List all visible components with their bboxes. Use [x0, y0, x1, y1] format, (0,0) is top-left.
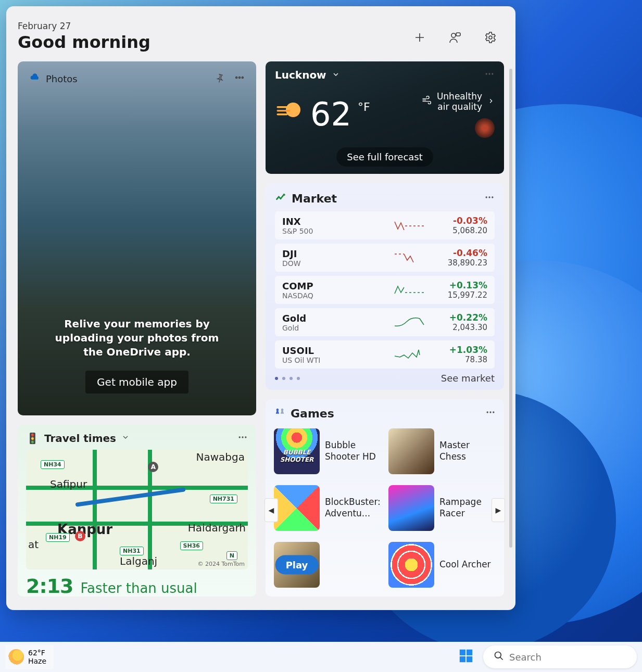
- sparkline-icon: [394, 218, 430, 233]
- stock-symbol: Gold: [282, 313, 394, 324]
- games-next-button[interactable]: ▶: [492, 498, 505, 522]
- svg-point-31: [495, 652, 501, 658]
- get-mobile-app-button[interactable]: Get mobile app: [85, 371, 188, 394]
- svg-point-25: [489, 411, 491, 413]
- header-date: February 27: [18, 21, 150, 31]
- more-icon[interactable]: [234, 72, 245, 85]
- sparkline-icon: [394, 250, 430, 265]
- highway-badge: NH19: [46, 533, 70, 542]
- svg-point-5: [236, 77, 237, 78]
- add-widget-button[interactable]: [412, 30, 427, 45]
- map-city: Safipur: [50, 478, 87, 490]
- highway-badge: SH36: [180, 541, 203, 550]
- game-thumb: [274, 428, 320, 474]
- widgets-panel: February 27 Good morning: [6, 6, 515, 610]
- weather-widget[interactable]: Lucknow 62 °F: [266, 61, 504, 174]
- air-quality-icon: [421, 95, 432, 108]
- games-title: Games: [291, 407, 334, 420]
- stock-symbol: USOIL: [282, 345, 394, 356]
- onedrive-icon: [29, 72, 41, 85]
- map-city: Haidargarh: [188, 522, 246, 534]
- scrollbar[interactable]: [509, 69, 512, 548]
- pagination-dots[interactable]: [275, 377, 300, 380]
- stock-row[interactable]: INXS&P 500 -0.03%5,068.20: [275, 211, 495, 239]
- svg-point-24: [487, 411, 488, 413]
- sparkline-icon: [394, 315, 430, 329]
- game-label: Bubble Shooter HD: [325, 440, 381, 462]
- svg-point-6: [238, 77, 240, 78]
- map-city: at: [28, 538, 39, 551]
- game-label: Master Chess: [439, 440, 496, 462]
- pin-icon[interactable]: [215, 72, 225, 85]
- travel-status: Faster than usual: [81, 580, 197, 596]
- map-city: Nawabga: [196, 451, 245, 463]
- svg-point-2: [451, 33, 456, 37]
- game-tile[interactable]: Cool Archer: [388, 540, 496, 589]
- stock-pct: +0.13%: [430, 280, 487, 290]
- game-tile[interactable]: Rampage Racer: [388, 483, 496, 532]
- more-icon[interactable]: [237, 432, 248, 445]
- game-thumb: [388, 542, 434, 588]
- chevron-down-icon[interactable]: [332, 69, 340, 81]
- stock-val: 15,997.22: [430, 290, 487, 300]
- svg-point-13: [492, 73, 493, 74]
- header-greeting: Good morning: [18, 32, 150, 52]
- svg-point-20: [492, 196, 493, 198]
- weather-location[interactable]: Lucknow: [275, 69, 326, 81]
- air-quality-button[interactable]: Unhealthy air quality: [421, 91, 495, 112]
- map-attribution: © 2024 TomTom: [197, 561, 245, 567]
- game-tile[interactable]: Bubble Shooter HD: [274, 426, 381, 476]
- account-button[interactable]: [448, 30, 462, 45]
- stock-row[interactable]: USOILUS Oil WTI +1.03%78.38: [275, 340, 495, 369]
- more-icon[interactable]: [484, 69, 495, 81]
- photos-title: Photos: [46, 73, 78, 84]
- stock-pct: +1.03%: [430, 345, 487, 355]
- svg-rect-16: [277, 110, 291, 112]
- game-tile[interactable]: BlockBuster: Adventu...: [274, 483, 381, 532]
- highway-badge: NH31: [120, 547, 144, 555]
- search-input[interactable]: [509, 652, 626, 663]
- svg-point-26: [493, 411, 494, 413]
- game-tile[interactable]: Master Chess: [388, 426, 496, 476]
- play-button[interactable]: Play: [275, 555, 319, 574]
- svg-line-32: [500, 657, 503, 660]
- stock-symbol: DJI: [282, 248, 394, 259]
- travel-time: 2:13: [26, 575, 73, 597]
- travel-widget[interactable]: 🚦 Travel times Nawabga Safipur: [18, 425, 256, 597]
- more-icon[interactable]: [484, 192, 495, 205]
- more-icon[interactable]: [485, 407, 496, 420]
- svg-point-10: [245, 436, 246, 438]
- market-widget[interactable]: Market INXS&P 500 -0.03%5,068.20 DJIDOW …: [266, 183, 504, 390]
- stock-row[interactable]: COMPNASDAQ +0.13%15,997.22: [275, 276, 495, 304]
- highway-badge: N: [226, 551, 237, 560]
- settings-button[interactable]: [483, 30, 498, 45]
- svg-point-8: [239, 436, 241, 438]
- stock-row[interactable]: DJIDOW -0.46%38,890.23: [275, 244, 495, 272]
- highway-badge: NH731: [210, 495, 237, 503]
- chevron-down-icon[interactable]: [121, 433, 130, 443]
- stock-val: 5,068.20: [430, 226, 487, 235]
- taskbar-cond: Haze: [28, 657, 46, 665]
- game-tile[interactable]: Play: [274, 540, 381, 589]
- stock-val: 78.38: [430, 355, 487, 364]
- photos-widget[interactable]: Photos Relive your memories by uploading…: [18, 61, 256, 415]
- stock-row[interactable]: GoldGold +0.22%2,043.30: [275, 308, 495, 336]
- games-prev-button[interactable]: ◀: [265, 498, 278, 522]
- stock-val: 2,043.30: [430, 323, 487, 332]
- weather-unit: °F: [358, 100, 370, 113]
- svg-point-9: [242, 436, 243, 438]
- see-market-link[interactable]: See market: [441, 373, 495, 384]
- traffic-icon: 🚦: [26, 432, 39, 445]
- see-forecast-button[interactable]: See full forecast: [336, 147, 433, 167]
- game-thumb: Play: [274, 542, 320, 588]
- taskbar-weather[interactable]: 62°F Haze: [5, 645, 54, 669]
- highway-badge: NH34: [41, 460, 65, 469]
- taskbar-search[interactable]: [483, 645, 637, 668]
- travel-map[interactable]: Nawabga Safipur Kanpur Haidargarh at Lal…: [26, 450, 248, 569]
- sparkline-icon: [394, 347, 430, 362]
- start-button[interactable]: [458, 648, 474, 666]
- stock-symbol: INX: [282, 216, 394, 227]
- svg-point-11: [486, 73, 487, 74]
- aq-indicator-icon: [475, 118, 495, 138]
- games-widget[interactable]: Games Bubble Shooter HD Master Chess: [266, 399, 504, 597]
